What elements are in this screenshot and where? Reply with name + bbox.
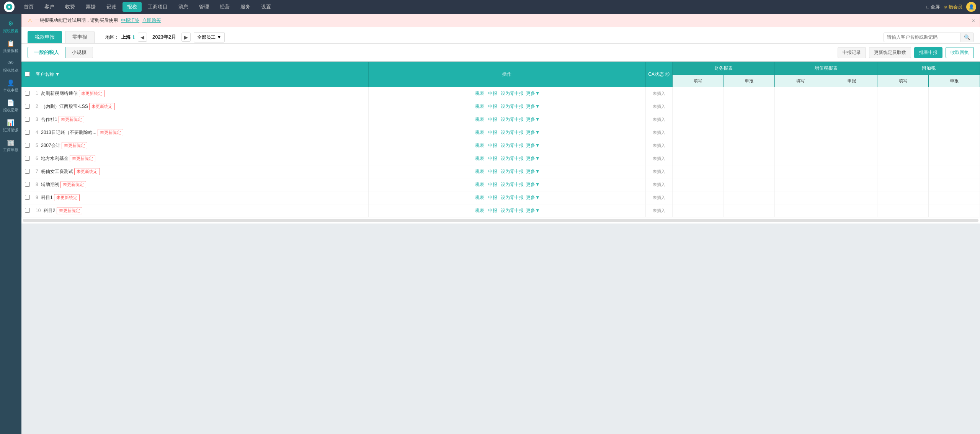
row-checkbox[interactable]: [25, 130, 30, 135]
nav-billing[interactable]: 收费: [60, 2, 80, 12]
row-checkbox[interactable]: [25, 182, 30, 187]
op-zero-declare[interactable]: 设为零申报: [501, 156, 524, 161]
nav-tax[interactable]: 报税: [122, 2, 142, 12]
nav-operation[interactable]: 经营: [215, 2, 234, 12]
op-tax-form[interactable]: 税表: [475, 195, 484, 200]
op-more[interactable]: 更多▼: [526, 130, 540, 135]
op-declare[interactable]: 申报: [488, 143, 497, 148]
op-zero-declare[interactable]: 设为零申报: [501, 143, 524, 148]
staff-select[interactable]: 全部员工 ▼: [194, 32, 225, 42]
op-more[interactable]: 更多▼: [526, 117, 540, 122]
next-month-btn[interactable]: ▶: [181, 33, 191, 42]
info-icon[interactable]: ℹ: [133, 34, 135, 40]
sidebar-item-tax-records[interactable]: 📄 报税记录: [0, 96, 21, 116]
op-tax-form[interactable]: 税表: [475, 130, 484, 135]
op-zero-declare[interactable]: 设为零申报: [501, 130, 524, 135]
row-checkbox[interactable]: [25, 195, 30, 200]
sidebar-item-settlement[interactable]: 📊 汇算清缴: [0, 116, 21, 136]
tab-small-scale[interactable]: 小规模: [65, 47, 93, 58]
collect-receipt-btn[interactable]: 收取回执: [946, 47, 974, 58]
op-tax-form[interactable]: 税表: [475, 117, 484, 122]
row-checkbox[interactable]: [25, 91, 30, 96]
op-zero-declare[interactable]: 设为零申报: [501, 104, 524, 109]
op-tax-form[interactable]: 税表: [475, 143, 484, 148]
op-zero-declare[interactable]: 设为零申报: [501, 182, 524, 187]
sidebar-item-annual-report[interactable]: 🏢 工商年报: [0, 136, 21, 156]
sidebar-item-batch-tax[interactable]: 📋 批量报税: [0, 37, 21, 57]
op-declare[interactable]: 申报: [488, 104, 497, 109]
client-name-cell: 5 2007会计 未更新统定: [33, 139, 369, 152]
op-tax-form[interactable]: 税表: [475, 91, 484, 96]
row-checkbox[interactable]: [25, 208, 30, 213]
row-checkbox[interactable]: [25, 104, 30, 109]
select-all-checkbox[interactable]: [25, 72, 30, 77]
op-tax-form[interactable]: 税表: [475, 208, 484, 213]
report-summary-link[interactable]: 申报汇签: [121, 17, 139, 24]
op-more[interactable]: 更多▼: [526, 182, 540, 187]
op-tax-form[interactable]: 税表: [475, 169, 484, 174]
search-input[interactable]: [884, 33, 960, 41]
nav-settings[interactable]: 设置: [256, 2, 276, 12]
update-stats-btn[interactable]: 更新统定及取数: [869, 47, 911, 58]
nav-message[interactable]: 消息: [174, 2, 193, 12]
status-badge: 未更新统定: [74, 168, 100, 175]
op-more[interactable]: 更多▼: [526, 156, 540, 161]
op-declare[interactable]: 申报: [488, 182, 497, 187]
col-vat-declare: 申报: [826, 75, 877, 87]
op-declare[interactable]: 申报: [488, 156, 497, 161]
add-fill-cell: ——: [877, 113, 929, 126]
op-more[interactable]: 更多▼: [526, 169, 540, 174]
nav-client[interactable]: 客户: [40, 2, 59, 12]
row-checkbox[interactable]: [25, 143, 30, 148]
op-more[interactable]: 更多▼: [526, 195, 540, 200]
prev-month-btn[interactable]: ◀: [138, 33, 147, 42]
ca-status-cell: 未插入: [645, 113, 672, 126]
nav-business[interactable]: 工商项目: [143, 2, 172, 12]
op-zero-declare[interactable]: 设为零申报: [501, 195, 524, 200]
nav-service[interactable]: 服务: [236, 2, 255, 12]
banner-close-btn[interactable]: ×: [972, 18, 975, 24]
nav-bookkeeping[interactable]: 记账: [102, 2, 121, 12]
tab-tax-declaration[interactable]: 税款申报: [28, 31, 62, 43]
row-checkbox[interactable]: [25, 169, 30, 174]
nav-home[interactable]: 首页: [19, 2, 38, 12]
op-more[interactable]: 更多▼: [526, 143, 540, 148]
buy-now-link[interactable]: 立即购买: [142, 17, 161, 24]
op-more[interactable]: 更多▼: [526, 208, 540, 213]
op-tax-form[interactable]: 税表: [475, 104, 484, 109]
op-more[interactable]: 更多▼: [526, 104, 540, 109]
op-declare[interactable]: 申报: [488, 169, 497, 174]
op-declare[interactable]: 申报: [488, 130, 497, 135]
op-declare[interactable]: 申报: [488, 117, 497, 122]
table-row: 4 2013日记账（不要删除哈... 未更新统定 税表 申报 设为零申报 更多▼…: [22, 126, 980, 139]
op-declare[interactable]: 申报: [488, 91, 497, 96]
op-tax-form[interactable]: 税表: [475, 156, 484, 161]
sidebar-item-personal-tax[interactable]: 👤 个税申报: [0, 76, 21, 96]
batch-declare-btn[interactable]: 批量申报: [914, 47, 942, 58]
op-more[interactable]: 更多▼: [526, 91, 540, 96]
horizontal-scrollbar[interactable]: [23, 219, 978, 222]
sidebar-item-tax-settings[interactable]: ⚙ 报税设置: [0, 17, 21, 37]
fullscreen-btn[interactable]: □ 全屏: [926, 4, 940, 10]
row-checkbox[interactable]: [25, 117, 30, 122]
action-row: 一般的税人 小规模 申报记录 更新统定及取数 批量申报 收取回执: [21, 44, 980, 62]
tab-zero-declaration[interactable]: 零申报: [65, 31, 95, 43]
op-tax-form[interactable]: 税表: [475, 182, 484, 187]
declaration-records-btn[interactable]: 申报记录: [838, 47, 866, 58]
op-declare[interactable]: 申报: [488, 195, 497, 200]
op-declare[interactable]: 申报: [488, 208, 497, 213]
user-avatar[interactable]: 👤: [966, 2, 976, 12]
member-btn[interactable]: ⊙ 畅会员: [944, 4, 962, 10]
nav-manage[interactable]: 管理: [194, 2, 214, 12]
search-button[interactable]: 🔍: [960, 33, 973, 42]
tab-general-taxpayer[interactable]: 一般的税人: [28, 47, 65, 58]
op-zero-declare[interactable]: 设为零申报: [501, 91, 524, 96]
row-checkbox[interactable]: [25, 156, 30, 161]
nav-invoice[interactable]: 票据: [81, 2, 100, 12]
op-zero-declare[interactable]: 设为零申报: [501, 169, 524, 174]
vat-declare-cell: ——: [826, 139, 877, 152]
fin-declare-cell: ——: [724, 191, 775, 204]
sidebar-item-tax-overview[interactable]: 👁 报税总览: [0, 57, 21, 76]
op-zero-declare[interactable]: 设为零申报: [501, 208, 524, 213]
op-zero-declare[interactable]: 设为零申报: [501, 117, 524, 122]
